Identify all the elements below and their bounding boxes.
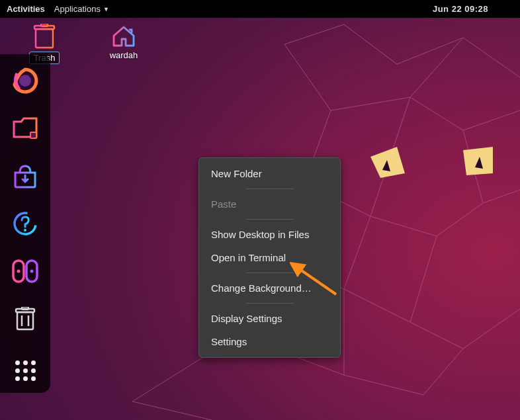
dock-item-trash[interactable] xyxy=(11,304,40,333)
trash-icon xyxy=(18,24,71,49)
svg-point-12 xyxy=(17,270,21,273)
trash-dock-icon xyxy=(15,307,36,331)
desktop-icon-home[interactable]: wardah xyxy=(97,25,150,60)
chevron-down-icon: ▼ xyxy=(103,6,109,13)
dock-item-gsconnect[interactable] xyxy=(11,257,40,286)
applications-menu[interactable]: Applications ▼ xyxy=(54,4,109,14)
svg-point-9 xyxy=(24,229,26,231)
gsconnect-icon xyxy=(11,259,39,284)
svg-rect-14 xyxy=(17,312,33,329)
svg-point-6 xyxy=(19,75,31,87)
menu-item-open-terminal[interactable]: Open in Terminal xyxy=(199,246,340,269)
svg-point-13 xyxy=(30,270,34,273)
files-icon xyxy=(12,116,38,140)
help-icon xyxy=(12,210,38,237)
menu-item-display-settings[interactable]: Display Settings xyxy=(199,307,340,330)
desktop-icon-label: wardah xyxy=(110,50,138,60)
menu-separator xyxy=(246,189,294,189)
menu-item-show-in-files[interactable]: Show Desktop in Files xyxy=(199,223,340,246)
menu-item-settings[interactable]: Settings xyxy=(199,330,340,353)
desktop-context-menu: New Folder Paste Show Desktop in Files O… xyxy=(198,157,341,358)
applications-label: Applications xyxy=(54,4,101,14)
dock-item-help[interactable] xyxy=(11,209,40,238)
svg-rect-0 xyxy=(36,29,53,48)
menu-separator xyxy=(246,303,294,304)
menu-item-change-background[interactable]: Change Background… xyxy=(199,276,340,300)
dock-item-firefox[interactable] xyxy=(11,66,40,95)
top-bar: Activities Applications ▼ Jun 22 09:28 xyxy=(0,0,520,18)
dock-item-show-applications[interactable] xyxy=(11,356,40,385)
menu-item-new-folder[interactable]: New Folder xyxy=(199,162,340,185)
dock-item-files[interactable] xyxy=(11,114,40,143)
dock-item-software[interactable] xyxy=(11,161,40,190)
dock xyxy=(0,54,50,393)
activities-button[interactable]: Activities xyxy=(7,4,45,14)
firefox-icon xyxy=(11,67,39,95)
show-applications-icon xyxy=(15,360,36,381)
software-center-icon xyxy=(11,163,39,189)
menu-item-paste: Paste xyxy=(199,192,340,216)
home-icon xyxy=(97,25,150,48)
clock[interactable]: Jun 22 09:28 xyxy=(433,4,488,14)
svg-rect-7 xyxy=(30,132,36,138)
menu-separator xyxy=(246,219,294,220)
menu-separator xyxy=(246,273,294,273)
